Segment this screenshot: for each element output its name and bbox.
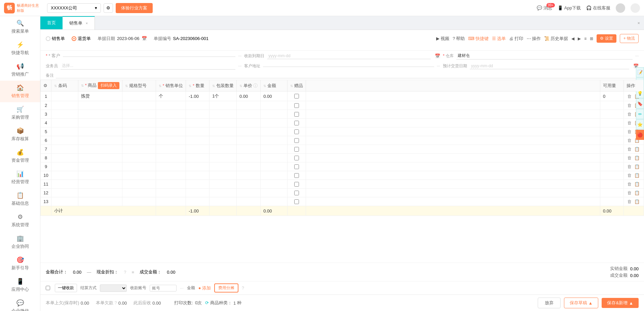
cell-price-11[interactable] [236, 189, 260, 197]
sidebar-item-operation[interactable]: 📊 经营管理 [0, 167, 40, 188]
cell-unit-3[interactable] [156, 119, 186, 127]
cell-gift-8[interactable] [288, 162, 306, 171]
cell-pack-6[interactable] [210, 145, 237, 154]
doc-settings-btn[interactable]: ⚙ 设置 [597, 34, 616, 43]
app-download-button[interactable]: 📱 App下载 [558, 5, 581, 11]
delete-btn-2[interactable]: 🗑 [627, 112, 632, 117]
delete-btn-5[interactable]: 🗑 [627, 138, 632, 143]
cell-spec-9[interactable] [122, 171, 156, 180]
cell-product-10[interactable] [78, 180, 122, 189]
cell-unit-6[interactable] [156, 145, 186, 154]
cell-gift-1[interactable] [288, 101, 306, 110]
cell-unit-2[interactable] [156, 110, 186, 119]
sidebar-item-enterprise[interactable]: 🏢 企业协同 [0, 231, 40, 253]
cell-price-8[interactable] [236, 162, 260, 171]
cell-gift-10[interactable] [288, 180, 306, 189]
cell-qty-9[interactable] [186, 171, 210, 180]
cell-spec-3[interactable] [122, 119, 156, 127]
gift-checkbox-8[interactable] [294, 164, 299, 169]
cell-pack-7[interactable] [210, 154, 237, 162]
rfp-btn-7[interactable]: 🔴 [636, 130, 644, 140]
history-btn[interactable]: 📜 历史单据 [544, 36, 568, 42]
cell-gift-4[interactable] [288, 127, 306, 136]
copy-btn-12[interactable]: 📋 [634, 199, 640, 204]
gift-checkbox-6[interactable] [294, 147, 299, 152]
cell-price-2[interactable] [236, 110, 260, 119]
gift-checkbox-3[interactable] [294, 121, 299, 125]
cell-pack-4[interactable] [210, 127, 237, 136]
cell-amount-12[interactable] [261, 197, 288, 206]
cell-spec-11[interactable] [122, 189, 156, 197]
cell-price-9[interactable] [236, 171, 260, 180]
cell-spec-10[interactable] [122, 180, 156, 189]
cell-qty-7[interactable] [186, 154, 210, 162]
cell-spec-8[interactable] [122, 162, 156, 171]
expected-delivery-value[interactable]: yyyy-mm-dd [470, 63, 629, 69]
delete-btn-8[interactable]: 🗑 [627, 164, 632, 169]
one-click-checkbox[interactable] [46, 286, 50, 290]
gift-checkbox-7[interactable] [294, 156, 299, 160]
cell-qty-12[interactable] [186, 197, 210, 206]
cell-qty-3[interactable] [186, 119, 210, 127]
print-btn[interactable]: 🖨 打印 [509, 36, 523, 42]
shortcuts-btn[interactable]: ⌨ 快捷键 [468, 36, 489, 42]
cell-unit-11[interactable] [156, 189, 186, 197]
cell-price-1[interactable] [236, 101, 260, 110]
cell-pack-3[interactable] [210, 119, 237, 127]
cell-spec-4[interactable] [122, 127, 156, 136]
help-btn[interactable]: ? 帮助 [453, 36, 465, 42]
doc-num-value[interactable]: SA-20230606-001 [173, 36, 209, 41]
cell-pack-10[interactable] [210, 180, 237, 189]
gift-checkbox-12[interactable] [294, 199, 299, 204]
cell-price-10[interactable] [236, 180, 260, 189]
cell-gift-5[interactable] [288, 136, 306, 145]
cell-gift-7[interactable] [288, 154, 306, 162]
warehouse-value[interactable]: 建材仓 [456, 52, 633, 60]
delete-btn-11[interactable]: 🗑 [627, 190, 632, 195]
cell-pack-12[interactable] [210, 197, 237, 206]
date-value[interactable]: 2023-06-06 [117, 36, 140, 41]
cell-unit-9[interactable] [156, 171, 186, 180]
sidebar-search[interactable]: 🔍 搜索菜单 [0, 16, 40, 38]
cell-amount-1[interactable] [261, 101, 288, 110]
sidebar-item-purchase[interactable]: 🛒 采购管理 [0, 102, 40, 124]
expense-btn[interactable]: 费用分摊 [214, 283, 238, 293]
delete-btn-4[interactable]: 🗑 [627, 129, 632, 134]
delete-btn-12[interactable]: 🗑 [627, 199, 632, 204]
cell-product-6[interactable] [78, 145, 122, 154]
gift-checkbox-2[interactable] [294, 112, 299, 117]
dots-btn[interactable]: ··· [180, 285, 184, 290]
prev-btn[interactable]: ◀ [571, 36, 574, 41]
debt-info-icon[interactable]: ? [115, 300, 117, 305]
cell-price-7[interactable] [236, 154, 260, 162]
cell-barcode-8[interactable] [51, 162, 78, 171]
cell-qty-11[interactable] [186, 189, 210, 197]
cell-pack-11[interactable] [210, 189, 237, 197]
next-btn[interactable]: ▶ [578, 36, 581, 41]
cell-amount-11[interactable] [261, 189, 288, 197]
sidebar-item-finance[interactable]: 💰 资金管理 [0, 145, 40, 167]
select-order-btn[interactable]: ☰ 选单 [492, 36, 506, 42]
cell-pack-9[interactable] [210, 171, 237, 180]
cell-pack-5[interactable] [210, 136, 237, 145]
cell-barcode-10[interactable] [51, 180, 78, 189]
sidebar-item-inventory[interactable]: 📦 库存核算 [0, 124, 40, 145]
scan-input-btn[interactable]: 扫码录入 [98, 82, 119, 89]
online-support-button[interactable]: 🎧 在线客服 [586, 5, 610, 11]
refresh-icon[interactable]: ⟳ [205, 300, 209, 305]
copy-btn-8[interactable]: 📋 [634, 164, 640, 169]
payment-due-value[interactable]: yyyy-mm-dd [267, 53, 430, 59]
cell-spec-0[interactable] [122, 91, 156, 101]
remark-input[interactable] [56, 72, 639, 78]
copy-btn-10[interactable]: 📋 [634, 182, 640, 187]
cell-gift-6[interactable] [288, 145, 306, 154]
delete-btn-9[interactable]: 🗑 [627, 173, 632, 178]
tab-close-all[interactable]: × [637, 21, 644, 26]
gear-button[interactable]: ⚙ [104, 3, 113, 13]
cell-product-2[interactable] [78, 110, 122, 119]
gift-checkbox-5[interactable] [294, 138, 299, 143]
cell-amount-0[interactable]: 0.00 [261, 91, 288, 101]
th-settings[interactable]: ⚙ [41, 80, 51, 91]
company-selector[interactable]: XXXXXX公司 ▾ [47, 3, 101, 13]
cell-barcode-3[interactable] [51, 119, 78, 127]
